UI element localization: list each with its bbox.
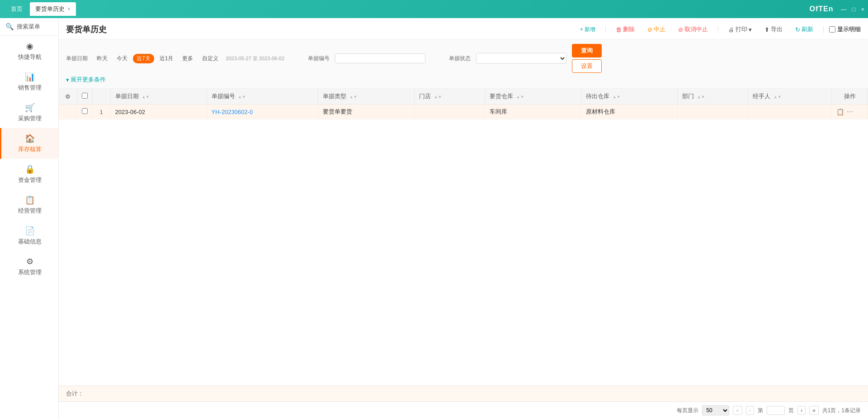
date-btn-today[interactable]: 今天: [113, 54, 131, 63]
td-checkbox[interactable]: [77, 105, 92, 119]
th-handler[interactable]: 经手人 ▲▼: [748, 89, 832, 105]
minimize-icon[interactable]: —: [841, 6, 847, 13]
docno-link[interactable]: YH-20230602-0: [212, 109, 253, 115]
tab-active[interactable]: 要货单历史 ×: [30, 2, 76, 16]
docno-input[interactable]: [335, 53, 425, 63]
sort-doctype-icon: ▲▼: [349, 95, 358, 99]
cancel-icon: ⊘: [678, 26, 683, 33]
tab-home[interactable]: 首页: [4, 2, 30, 16]
stop-icon: ⊘: [647, 26, 652, 33]
sort-handler-icon: ▲▼: [774, 95, 782, 99]
page-input[interactable]: 1: [767, 406, 785, 415]
sidebar-item-sales-mgmt[interactable]: 📊 销售管理: [0, 67, 58, 97]
th-num: [92, 89, 110, 105]
per-page-select[interactable]: 50 100 200: [702, 405, 729, 415]
filter-row-1: 单据日期 昨天 今天 近7天 近1月 更多 自定义 2023-05-27 至 2…: [66, 44, 861, 73]
inventory-icon: 🏠: [25, 133, 35, 143]
status-select[interactable]: [476, 53, 566, 64]
date-btn-more[interactable]: 更多: [179, 54, 197, 63]
total-info: 共1页，1条记录: [822, 407, 861, 414]
delete-icon: 🗑: [616, 26, 622, 33]
sidebar-search[interactable]: 🔍 搜索菜单: [0, 18, 58, 36]
display-detail-toggle[interactable]: 显示明细: [829, 25, 861, 33]
th-dept[interactable]: 部门 ▲▼: [678, 89, 748, 105]
docno-label: 单据编号: [308, 55, 330, 62]
row-checkbox[interactable]: [82, 108, 88, 114]
table-header-row: ⚙ 单据日期 ▲▼ 单据编号 ▲▼ 单据类型 ▲▼: [59, 89, 868, 105]
refresh-button[interactable]: ↻ 刷新: [791, 24, 818, 35]
cancel-stop-button[interactable]: ⊘ 取消中止: [674, 24, 712, 35]
quick-nav-icon: ◉: [26, 41, 33, 51]
date-btn-custom[interactable]: 自定义: [198, 54, 222, 63]
prev-page-button[interactable]: ‹: [746, 406, 754, 415]
th-doctype[interactable]: 单据类型 ▲▼: [318, 89, 415, 105]
sidebar-item-label: 采购管理: [18, 114, 42, 123]
sidebar: 🔍 搜索菜单 ◉ 快捷导航 📊 销售管理 🛒 采购管理 🏠 库存核算 🔒 资金管…: [0, 18, 59, 419]
expand-icon: ▾: [66, 76, 69, 83]
per-page-label: 每页显示: [677, 407, 698, 414]
next-page-button[interactable]: ›: [797, 406, 806, 415]
sidebar-item-sys-mgmt[interactable]: ⚙ 系统管理: [0, 251, 58, 282]
purchase-icon: 🛒: [25, 103, 35, 113]
td-doctype: 要货单要货: [318, 105, 415, 119]
td-docno[interactable]: YH-20230602-0: [207, 105, 318, 119]
close-icon[interactable]: ×: [67, 6, 71, 12]
ops-icon: 📋: [25, 195, 35, 205]
page-label-pre: 第: [758, 407, 763, 414]
maximize-icon[interactable]: □: [852, 6, 856, 13]
sidebar-item-basic-info[interactable]: 📄 基础信息: [0, 220, 58, 251]
th-checkbox[interactable]: [77, 89, 92, 105]
summary-label: 合计：: [66, 390, 84, 397]
th-req-warehouse[interactable]: 要货仓库 ▲▼: [485, 89, 581, 105]
date-btn-7days[interactable]: 近7天: [133, 54, 154, 63]
export-button[interactable]: ⬆ 导出: [760, 24, 787, 35]
print-button[interactable]: 🖨 打印 ▾: [724, 24, 756, 35]
expand-row: ▾ 展开更多条件: [66, 76, 861, 84]
finance-icon: 🔒: [25, 164, 35, 174]
window-controls: — □ ×: [841, 6, 864, 13]
th-store[interactable]: 门店 ▲▼: [415, 89, 485, 105]
td-settings: [59, 105, 77, 119]
sidebar-item-ops-mgmt[interactable]: 📋 经营管理: [0, 190, 58, 220]
date-btn-yesterday[interactable]: 昨天: [93, 54, 111, 63]
filter-area: 单据日期 昨天 今天 近7天 近1月 更多 自定义 2023-05-27 至 2…: [59, 39, 868, 89]
date-btn-1month[interactable]: 近1月: [156, 54, 177, 63]
sidebar-item-label: 经营管理: [18, 207, 42, 215]
row-actions: 📋 ⋯: [836, 108, 863, 115]
page-label-post: 页: [788, 407, 794, 414]
query-settings-buttons: 查询 设置: [572, 44, 602, 73]
brand-label: OfTEn: [810, 5, 834, 13]
td-operation: 📋 ⋯: [832, 105, 868, 119]
sidebar-item-label: 基础信息: [18, 238, 42, 246]
add-button[interactable]: + 新增: [576, 24, 600, 35]
window-close-icon[interactable]: ×: [861, 6, 864, 13]
more-icon[interactable]: ⋯: [847, 108, 853, 115]
date-shortcuts: 昨天 今天 近7天 近1月 更多 自定义 2023-05-27 至 2023-0…: [93, 54, 284, 63]
sidebar-item-label: 销售管理: [18, 84, 42, 92]
sort-store-icon: ▲▼: [434, 95, 442, 99]
delete-button[interactable]: 🗑 删除: [611, 24, 639, 35]
sidebar-item-finance[interactable]: 🔒 资金管理: [0, 159, 58, 190]
td-req-warehouse: 车间库: [485, 105, 581, 119]
th-docno[interactable]: 单据编号 ▲▼: [207, 89, 318, 105]
display-detail-checkbox[interactable]: [829, 26, 835, 33]
skip-first-button[interactable]: «: [733, 406, 742, 415]
skip-last-button[interactable]: »: [809, 406, 819, 415]
edit-icon[interactable]: 📋: [836, 108, 844, 115]
sidebar-item-inventory[interactable]: 🏠 库存核算: [0, 128, 58, 159]
th-settings[interactable]: ⚙: [59, 89, 77, 105]
sidebar-item-purchase-mgmt[interactable]: 🛒 采购管理: [0, 97, 58, 128]
sort-dept-icon: ▲▼: [697, 95, 705, 99]
stop-button[interactable]: ⊘ 中止: [643, 24, 670, 35]
sidebar-item-label: 资金管理: [18, 176, 42, 184]
sidebar-item-quick-nav[interactable]: ◉ 快捷导航: [0, 36, 58, 67]
expand-conditions-button[interactable]: ▾ 展开更多条件: [66, 76, 106, 84]
select-all-checkbox[interactable]: [82, 93, 88, 99]
sidebar-search-label: 搜索菜单: [17, 23, 40, 31]
page-header: 要货单历史 + 新增 🗑 删除 ⊘ 中止 ⊘ 取消中止 🖨: [59, 18, 868, 39]
settings-button[interactable]: 设置: [572, 59, 602, 73]
th-date[interactable]: 单据日期 ▲▼: [110, 89, 207, 105]
query-button[interactable]: 查询: [572, 44, 602, 57]
print-icon: 🖨: [728, 26, 734, 33]
th-pending-warehouse[interactable]: 待出仓库 ▲▼: [581, 89, 678, 105]
